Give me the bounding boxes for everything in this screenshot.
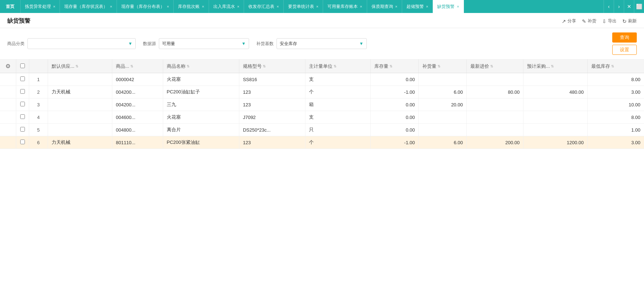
th-stock[interactable]: 库存量 ⇅ xyxy=(371,59,419,73)
tab-prev-btn[interactable]: ‹ xyxy=(604,0,614,13)
td-latest-price-3 xyxy=(467,111,523,124)
tab-bar: 首页 拣货异常处理 × 现存量（库存状况表） × 现存量（库存分布表） × 库存… xyxy=(0,0,644,13)
th-checkbox[interactable] xyxy=(16,59,29,73)
td-est-purchase-5: 1200.00 xyxy=(523,136,588,149)
td-latest-price-2 xyxy=(467,98,523,111)
gear-icon[interactable]: ⚙ xyxy=(5,63,10,69)
sort-product-name-icon: ⇅ xyxy=(187,64,190,68)
td-stock-2: 0.00 xyxy=(371,98,419,111)
tab-close-all-btn[interactable]: ✕ xyxy=(624,0,634,13)
tab-2[interactable]: 现存量（库存状况表） × xyxy=(60,0,117,13)
datasource-select[interactable]: 可用量 ▼ xyxy=(159,38,249,49)
th-supplier[interactable]: 默认供应... ⇅ xyxy=(48,59,112,73)
table-row: 4 004600... 火花塞 J7092 支 0.00 8.00 xyxy=(0,111,644,124)
page-content: 缺货预警 ↗ 分享 ✎ 补货 ⇩ 导出 ↻ 刷新 商品分类 xyxy=(0,13,644,287)
tab-1[interactable]: 拣货异常处理 × xyxy=(21,0,60,13)
tab-maximize-btn[interactable]: ⬜ xyxy=(634,0,644,13)
query-button[interactable]: 查询 xyxy=(612,32,637,43)
page-title: 缺货预警 xyxy=(7,17,562,25)
td-supplier-1: 力天机械 xyxy=(48,86,112,98)
tab-close-3[interactable]: × xyxy=(167,4,169,9)
table-row: 3 004200... 三九 123 箱 0.00 20.00 10.00 xyxy=(0,98,644,111)
share-button[interactable]: ↗ 分享 xyxy=(562,18,576,24)
tab-close-8[interactable]: × xyxy=(360,4,362,9)
td-product-code-4: 004800... xyxy=(112,124,163,136)
tab-3[interactable]: 现存量（库存分布表） × xyxy=(117,0,174,13)
tab-close-4[interactable]: × xyxy=(202,4,204,9)
td-row-num-4: 5 xyxy=(29,124,48,136)
datasource-label: 数据源 xyxy=(143,41,156,47)
td-spec-2: 123 xyxy=(239,98,305,111)
td-checkbox-2[interactable] xyxy=(16,98,29,111)
td-replenish-qty-0 xyxy=(419,73,467,86)
row-checkbox-2[interactable] xyxy=(20,102,25,106)
refresh-button[interactable]: ↻ 刷新 xyxy=(622,18,637,24)
header-actions: ↗ 分享 ✎ 补货 ⇩ 导出 ↻ 刷新 xyxy=(562,18,637,24)
th-settings[interactable]: ⚙ xyxy=(0,59,16,73)
th-latest-price[interactable]: 最新进价 ⇅ xyxy=(467,59,523,73)
row-checkbox-0[interactable] xyxy=(20,76,25,81)
td-unit-5: 个 xyxy=(305,136,371,149)
tab-5[interactable]: 出入库流水 × xyxy=(209,0,244,13)
replenish-arrow-icon: ▼ xyxy=(359,41,364,46)
export-icon: ⇩ xyxy=(602,18,606,24)
th-row-num xyxy=(29,59,48,73)
tab-10[interactable]: 超储预警 × xyxy=(402,0,433,13)
tab-close-7[interactable]: × xyxy=(316,4,318,9)
tab-close-10[interactable]: × xyxy=(426,4,428,9)
th-product-code[interactable]: 商品... ⇅ xyxy=(112,59,163,73)
table-row: 2 力天机械 004200... PC200油缸缸子 123 个 -1.00 6… xyxy=(0,86,644,98)
tab-8[interactable]: 可用量库存账本 × xyxy=(323,0,367,13)
tab-7[interactable]: 要货单统计表 × xyxy=(284,0,323,13)
tab-close-2[interactable]: × xyxy=(110,4,112,9)
td-settings-0 xyxy=(0,73,16,86)
tab-close-1[interactable]: × xyxy=(53,4,55,9)
row-checkbox-4[interactable] xyxy=(20,127,25,132)
td-checkbox-4[interactable] xyxy=(16,124,29,136)
td-checkbox-5[interactable] xyxy=(16,136,29,149)
tab-nav-buttons: ‹ › ✕ ⬜ xyxy=(604,0,644,13)
category-arrow-icon: ▼ xyxy=(128,41,132,46)
tab-9[interactable]: 保质期查询 × xyxy=(367,0,402,13)
td-checkbox-3[interactable] xyxy=(16,111,29,124)
export-button[interactable]: ⇩ 导出 xyxy=(602,18,617,24)
th-product-name[interactable]: 商品名称 ⇅ xyxy=(163,59,239,73)
tab-close-6[interactable]: × xyxy=(277,4,279,9)
td-checkbox-1[interactable] xyxy=(16,86,29,98)
datasource-filter-group: 数据源 可用量 ▼ xyxy=(143,38,249,49)
td-unit-4: 只 xyxy=(305,124,371,136)
td-replenish-qty-4 xyxy=(419,124,467,136)
td-settings-3 xyxy=(0,111,16,124)
td-stock-5: -1.00 xyxy=(371,136,419,149)
sort-est-purchase-icon: ⇅ xyxy=(551,64,554,68)
td-unit-3: 支 xyxy=(305,111,371,124)
td-est-purchase-1: 480.00 xyxy=(523,86,588,98)
replenish-icon: ✎ xyxy=(582,18,586,24)
td-product-code-3: 004600... xyxy=(112,111,163,124)
th-min-stock[interactable]: 最低库存 ⇅ xyxy=(588,59,644,73)
td-checkbox-0[interactable] xyxy=(16,73,29,86)
tab-close-5[interactable]: × xyxy=(237,4,239,9)
th-replenish-qty[interactable]: 补货量 ⇅ xyxy=(419,59,467,73)
select-all-checkbox[interactable] xyxy=(20,63,25,68)
settings-button[interactable]: 设置 xyxy=(612,45,637,55)
th-unit[interactable]: 主计量单位 ⇅ xyxy=(305,59,371,73)
tab-home[interactable]: 首页 xyxy=(0,0,21,13)
tab-4[interactable]: 库存批次账 × xyxy=(174,0,209,13)
row-checkbox-1[interactable] xyxy=(20,89,25,94)
td-settings-4 xyxy=(0,124,16,136)
replenish-button[interactable]: ✎ 补货 xyxy=(582,18,596,24)
tab-next-btn[interactable]: › xyxy=(614,0,624,13)
replenish-select[interactable]: 安全库存 ▼ xyxy=(277,38,367,49)
th-est-purchase[interactable]: 预计采购... ⇅ xyxy=(523,59,588,73)
tab-11-active[interactable]: 缺货预警 × xyxy=(433,0,464,13)
td-product-code-5: 801110... xyxy=(112,136,163,149)
tab-close-9[interactable]: × xyxy=(395,4,397,9)
tab-close-11[interactable]: × xyxy=(457,4,459,9)
category-select[interactable]: ▼ xyxy=(27,38,136,49)
th-spec[interactable]: 规格型号 ⇅ xyxy=(239,59,305,73)
tab-6[interactable]: 收发存汇总表 × xyxy=(244,0,283,13)
td-stock-0: 0.00 xyxy=(371,73,419,86)
row-checkbox-3[interactable] xyxy=(20,114,25,119)
row-checkbox-5[interactable] xyxy=(20,140,25,144)
